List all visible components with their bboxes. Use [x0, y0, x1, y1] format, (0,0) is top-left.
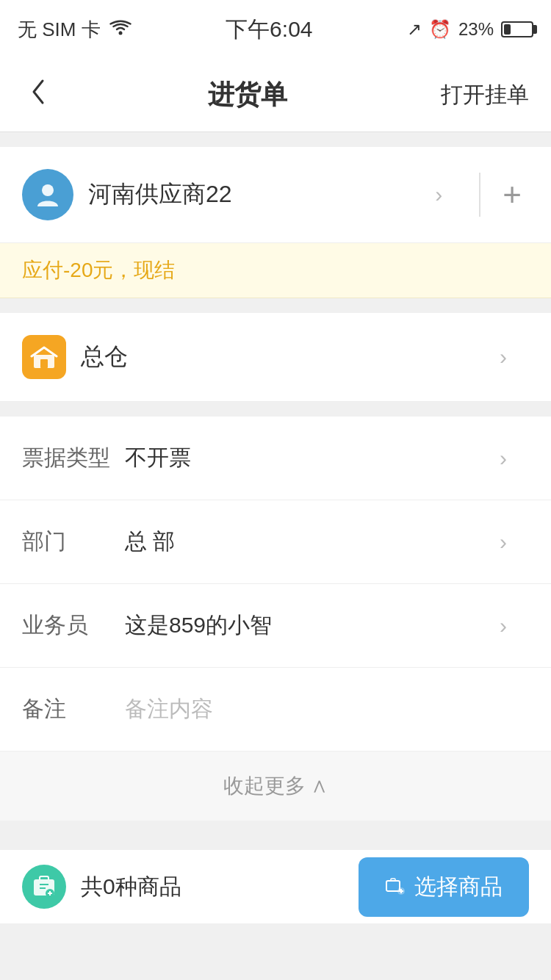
- supplier-name: 河南供应商22: [88, 179, 435, 211]
- product-count-label: 共0种商品: [81, 872, 359, 902]
- supplier-divider: [479, 173, 480, 217]
- salesperson-chevron-icon: ›: [500, 613, 507, 638]
- supplier-card: 河南供应商22 › + 应付-20元，现结: [0, 147, 551, 298]
- carrier-label: 无 SIM 卡: [18, 17, 101, 43]
- invoice-type-value: 不开票: [125, 443, 500, 473]
- open-pending-button[interactable]: 打开挂单: [441, 80, 529, 110]
- select-product-button[interactable]: 选择商品: [359, 857, 529, 917]
- section-gap-4: [0, 821, 551, 835]
- department-row[interactable]: 部门 总 部 ›: [0, 500, 551, 584]
- section-gap-3: [0, 402, 551, 417]
- supplier-chevron-icon: ›: [435, 182, 442, 207]
- supplier-avatar: [22, 169, 73, 220]
- wifi-icon: [109, 19, 132, 40]
- collapse-row[interactable]: 收起更多 ∧: [0, 752, 551, 821]
- warehouse-icon: [22, 335, 66, 379]
- battery-percent: 23%: [458, 19, 494, 40]
- time-label: 下午6:04: [226, 15, 312, 45]
- salesperson-label: 业务员: [22, 610, 125, 641]
- product-icon: [22, 865, 66, 909]
- page-title: 进货单: [208, 77, 287, 113]
- warehouse-card: 总仓 ›: [0, 313, 551, 402]
- warehouse-chevron-icon: ›: [500, 345, 507, 370]
- remark-label: 备注: [22, 694, 125, 724]
- invoice-type-chevron-icon: ›: [500, 446, 507, 471]
- department-label: 部门: [22, 527, 125, 557]
- svg-point-0: [118, 32, 122, 35]
- salesperson-value: 这是859的小智: [125, 610, 500, 641]
- battery-icon: [501, 21, 533, 37]
- remark-input[interactable]: 备注内容: [125, 694, 529, 724]
- add-supplier-button[interactable]: +: [495, 176, 529, 213]
- section-gap-2: [0, 298, 551, 313]
- back-button[interactable]: [22, 70, 54, 120]
- svg-point-1: [42, 184, 54, 196]
- remark-row[interactable]: 备注 备注内容: [0, 668, 551, 752]
- select-product-label: 选择商品: [414, 872, 503, 902]
- invoice-type-label: 票据类型: [22, 443, 125, 473]
- bottom-bar: 共0种商品 选择商品: [0, 850, 551, 923]
- warehouse-name: 总仓: [81, 341, 500, 373]
- alarm-icon: ⏰: [429, 19, 451, 40]
- status-right: ↗ ⏰ 23%: [407, 19, 533, 40]
- svg-rect-3: [40, 359, 48, 368]
- department-chevron-icon: ›: [500, 530, 507, 555]
- salesperson-row[interactable]: 业务员 这是859的小智 ›: [0, 584, 551, 668]
- status-left: 无 SIM 卡: [18, 17, 132, 43]
- status-bar: 无 SIM 卡 下午6:04 ↗ ⏰ 23%: [0, 0, 551, 59]
- form-card: 票据类型 不开票 › 部门 总 部 › 业务员 这是859的小智 › 备注 备注…: [0, 417, 551, 752]
- svg-rect-10: [386, 881, 400, 891]
- section-gap-1: [0, 132, 551, 147]
- invoice-type-row[interactable]: 票据类型 不开票 ›: [0, 417, 551, 500]
- warehouse-row[interactable]: 总仓 ›: [0, 313, 551, 402]
- supplier-row[interactable]: 河南供应商22 › +: [0, 147, 551, 243]
- nav-bar: 进货单 打开挂单: [0, 59, 551, 132]
- notice-bar: 应付-20元，现结: [0, 243, 551, 298]
- location-icon: ↗: [407, 19, 422, 40]
- department-value: 总 部: [125, 527, 500, 557]
